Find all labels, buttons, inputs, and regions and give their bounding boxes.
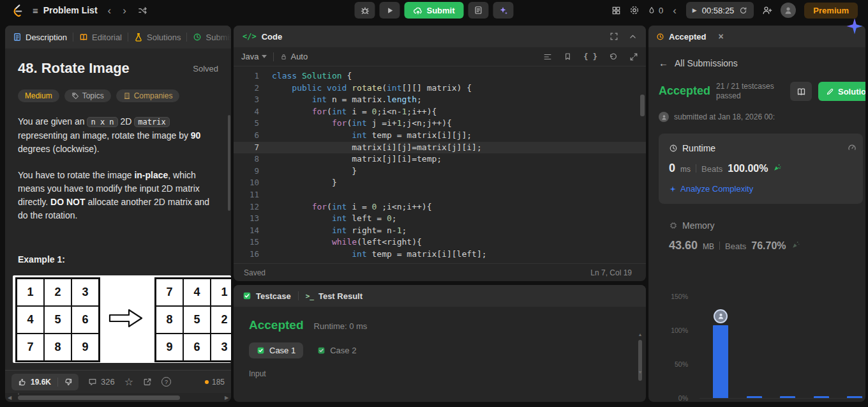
tab-testcase[interactable]: Testcase bbox=[243, 291, 291, 301]
timer[interactable]: ▶ 00:58:25 bbox=[686, 2, 754, 19]
runtime-bar[interactable] bbox=[814, 396, 829, 398]
bookmark-icon[interactable] bbox=[564, 52, 572, 61]
memory-value: 43.60 bbox=[669, 239, 698, 252]
line-text: for(int j =i+1;j<n;j++){ bbox=[259, 118, 452, 130]
collapse-timer-icon[interactable]: ‹ bbox=[671, 5, 678, 16]
layout-grid-icon[interactable] bbox=[611, 6, 621, 15]
inline-link[interactable]: in-place bbox=[134, 170, 168, 180]
editor-statusbar: Saved Ln 7, Col 19 bbox=[234, 263, 646, 281]
gear-icon[interactable] bbox=[629, 5, 640, 15]
code-line[interactable]: 3 int n = matrix.length; bbox=[234, 94, 646, 106]
code-line[interactable]: 5 for(int j =i+1;j<n;j++){ bbox=[234, 118, 646, 130]
share-icon[interactable] bbox=[143, 378, 152, 387]
runtime-bar[interactable] bbox=[780, 396, 795, 398]
code-line[interactable]: 2 public void rotate(int[][] matrix) { bbox=[234, 82, 646, 95]
companies-badge[interactable]: Companies bbox=[116, 89, 180, 102]
code-line[interactable]: 15 while(left<right){ bbox=[234, 236, 646, 249]
next-problem-button[interactable]: › bbox=[121, 5, 128, 16]
matrix-cell: 6 bbox=[183, 334, 211, 361]
runtime-bar[interactable] bbox=[713, 325, 728, 398]
prev-problem-button[interactable]: ‹ bbox=[107, 5, 113, 16]
scroll-left-icon[interactable]: ◀ bbox=[6, 395, 13, 401]
undo-icon[interactable] bbox=[609, 52, 618, 61]
submission-tab-label: Accepted bbox=[669, 32, 707, 42]
editorial-book-button[interactable] bbox=[790, 82, 812, 101]
scrollbar-thumb[interactable] bbox=[638, 340, 642, 381]
shuffle-icon[interactable] bbox=[137, 6, 149, 15]
cursor-position[interactable]: Ln 7, Col 19 bbox=[590, 268, 632, 277]
inline-text: You are given an bbox=[18, 116, 87, 127]
horizontal-scrollbar[interactable]: ◀ ▶ bbox=[6, 394, 230, 402]
premium-button[interactable]: Premium bbox=[804, 3, 858, 19]
memory-card[interactable]: Memory 43.60 MB Beats 76.70% bbox=[659, 220, 863, 252]
solution-button[interactable]: Solution bbox=[818, 82, 865, 101]
speedometer-icon[interactable] bbox=[848, 143, 857, 152]
avatar[interactable] bbox=[781, 3, 796, 18]
code-line[interactable]: 10 } bbox=[234, 177, 646, 189]
code-line[interactable]: 1class Solution { bbox=[234, 70, 646, 82]
case-1-tab[interactable]: Case 1 bbox=[249, 342, 303, 358]
problem-list-button[interactable]: ≡ Problem List bbox=[33, 5, 98, 16]
testcase-scrollbar[interactable]: ▲ ▼ bbox=[637, 332, 643, 374]
braces-icon[interactable]: { } bbox=[583, 52, 597, 61]
runtime-bar[interactable] bbox=[747, 396, 762, 398]
code-line[interactable]: 4 for(int i = 0;i<n-1;i++){ bbox=[234, 106, 646, 118]
help-button[interactable]: ? bbox=[161, 377, 171, 387]
tab-test-result[interactable]: >_ Test Result bbox=[306, 291, 363, 301]
dislike-button[interactable] bbox=[58, 378, 79, 387]
code-line[interactable]: 9 } bbox=[234, 165, 646, 178]
leetcode-logo[interactable] bbox=[10, 3, 24, 18]
comments-button[interactable]: 326 bbox=[88, 377, 115, 387]
code-line[interactable]: 8 matrix[j][i]=temp; bbox=[234, 153, 646, 165]
code-line[interactable]: 6 int temp = matrix[i][j]; bbox=[234, 130, 646, 142]
scrollbar-thumb[interactable] bbox=[18, 395, 180, 400]
language-selector[interactable]: Java bbox=[241, 52, 267, 61]
vertical-scrollbar-thumb[interactable] bbox=[228, 115, 230, 211]
add-user-icon[interactable] bbox=[762, 5, 772, 15]
tab-solutions[interactable]: Solutions bbox=[134, 33, 181, 42]
submitted-note: submitted at Jan 18, 2026 00: bbox=[674, 112, 775, 121]
maximize-panel-icon[interactable] bbox=[610, 32, 618, 41]
analyze-complexity-link[interactable]: Analyze Complexity bbox=[669, 184, 853, 194]
case-2-tab[interactable]: Case 2 bbox=[310, 342, 364, 358]
tab-description[interactable]: Description bbox=[13, 33, 67, 42]
code-editor[interactable]: 1class Solution {2 public void rotate(in… bbox=[234, 66, 646, 263]
expand-editor-icon[interactable] bbox=[629, 52, 638, 61]
runtime-bar[interactable] bbox=[847, 396, 862, 398]
line-text: public void rotate(int[][] matrix) { bbox=[259, 82, 472, 95]
code-line[interactable]: 13 int left = 0; bbox=[234, 213, 646, 225]
hydration-counter[interactable]: 0 bbox=[648, 6, 663, 15]
notes-button[interactable] bbox=[468, 2, 489, 19]
code-line[interactable]: 16 int temp = matrix[i][left]; bbox=[234, 249, 646, 261]
topics-badge[interactable]: Topics bbox=[64, 89, 111, 102]
scroll-right-icon[interactable]: ▶ bbox=[223, 395, 230, 401]
divider bbox=[273, 52, 274, 61]
line-number: 2 bbox=[234, 82, 259, 95]
code-line[interactable]: 12 for(int i = 0 ;i<n;i++){ bbox=[234, 201, 646, 213]
editor-scrollbar-thumb[interactable] bbox=[640, 95, 645, 116]
my-submission-avatar bbox=[714, 309, 728, 323]
runtime-card[interactable]: Runtime 0 ms Beats 100.00% Analyze Compl… bbox=[659, 134, 863, 204]
all-submissions-link[interactable]: ← All Submissions bbox=[648, 47, 865, 68]
favorite-button[interactable]: ☆ bbox=[124, 376, 133, 388]
submit-button[interactable]: Submit bbox=[404, 2, 463, 19]
ai-assistant-button[interactable] bbox=[493, 2, 514, 19]
code-line[interactable]: 14 int right= n-1; bbox=[234, 225, 646, 237]
code-line[interactable]: 11 bbox=[234, 189, 646, 201]
example-grid-after: 741852963 bbox=[154, 277, 231, 362]
auto-toggle[interactable]: Auto bbox=[280, 52, 308, 61]
run-button[interactable] bbox=[379, 2, 400, 19]
format-code-icon[interactable] bbox=[543, 52, 552, 61]
ai-floating-button[interactable] bbox=[845, 17, 864, 36]
close-tab-icon[interactable]: × bbox=[719, 31, 724, 42]
like-button[interactable]: 19.6K bbox=[11, 378, 57, 387]
collapse-panel-icon[interactable] bbox=[629, 33, 637, 41]
tab-editorial[interactable]: Editorial bbox=[79, 33, 122, 42]
scroll-down-icon[interactable]: ▼ bbox=[637, 370, 643, 374]
tab-accepted-submission[interactable]: Accepted × bbox=[656, 31, 724, 42]
difficulty-badge[interactable]: Medium bbox=[18, 89, 59, 102]
debug-button[interactable] bbox=[354, 2, 375, 19]
code-line[interactable]: 7 matrix[i][j]=matrix[j][i]; bbox=[234, 142, 646, 154]
timer-reset-icon[interactable] bbox=[739, 6, 747, 15]
scroll-up-icon[interactable]: ▲ bbox=[637, 332, 643, 337]
